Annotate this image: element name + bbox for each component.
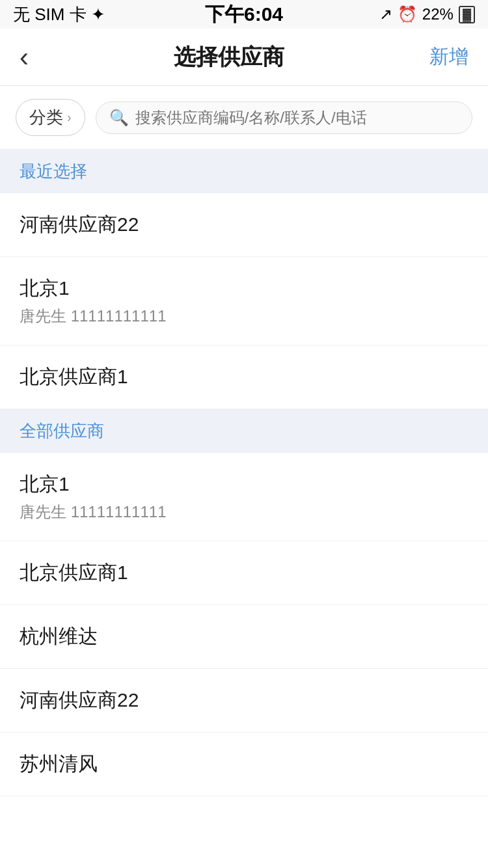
section-header-text-all: 全部供应商 (20, 421, 104, 441)
search-input[interactable] (135, 109, 459, 127)
alarm-icon: ⏰ (398, 5, 417, 23)
new-supplier-button[interactable]: 新增 (429, 44, 468, 70)
list-item[interactable]: 北京供应商1 (0, 541, 488, 605)
chevron-right-icon: › (67, 110, 72, 125)
item-name: 杭州维达 (20, 623, 468, 650)
category-label: 分类 (29, 106, 63, 129)
item-name: 北京1 (20, 471, 468, 498)
list-item[interactable]: 河南供应商22 (0, 193, 488, 257)
status-left: 无 SIM 卡 ✦ (13, 3, 105, 26)
item-name: 河南供应商22 (20, 211, 468, 238)
item-name: 北京1 (20, 275, 468, 302)
filter-bar: 分类 › 🔍 (0, 86, 488, 150)
section-header-text-recent: 最近选择 (20, 161, 87, 181)
list-item[interactable]: 北京供应商1 (0, 346, 488, 409)
item-name: 河南供应商22 (20, 687, 468, 714)
battery-status: 22% (422, 5, 454, 23)
status-right: ↗ ⏰ 22% ▓ (379, 5, 475, 23)
back-button[interactable]: ‹ (20, 44, 29, 71)
location-icon: ↗ (379, 5, 392, 23)
nav-bar: ‹ 选择供应商 新增 (0, 29, 488, 86)
list-item[interactable]: 北京1唐先生 11111111111 (0, 453, 488, 541)
item-name: 北京供应商1 (20, 560, 468, 586)
search-box: 🔍 (96, 102, 472, 134)
page-title: 选择供应商 (174, 42, 284, 72)
search-icon: 🔍 (109, 109, 129, 127)
section-header-all: 全部供应商 (0, 409, 488, 453)
item-name: 苏州清风 (20, 751, 468, 778)
list-item[interactable]: 杭州维达 (0, 605, 488, 669)
content-area: 最近选择河南供应商22北京1唐先生 11111111111北京供应商1全部供应商… (0, 150, 488, 796)
list-item[interactable]: 北京1唐先生 11111111111 (0, 257, 488, 346)
list-item[interactable]: 苏州清风 (0, 733, 488, 796)
status-time: 下午6:04 (205, 1, 283, 28)
status-bar: 无 SIM 卡 ✦ 下午6:04 ↗ ⏰ 22% ▓ (0, 0, 488, 29)
list-item[interactable]: 河南供应商22 (0, 669, 488, 733)
category-filter-button[interactable]: 分类 › (16, 99, 85, 136)
item-sub: 唐先生 11111111111 (20, 502, 468, 522)
battery-icon: ▓ (459, 6, 475, 23)
section-header-recent: 最近选择 (0, 150, 488, 193)
item-sub: 唐先生 11111111111 (20, 306, 468, 327)
item-name: 北京供应商1 (20, 364, 468, 390)
sim-status: 无 SIM 卡 ✦ (13, 3, 105, 26)
